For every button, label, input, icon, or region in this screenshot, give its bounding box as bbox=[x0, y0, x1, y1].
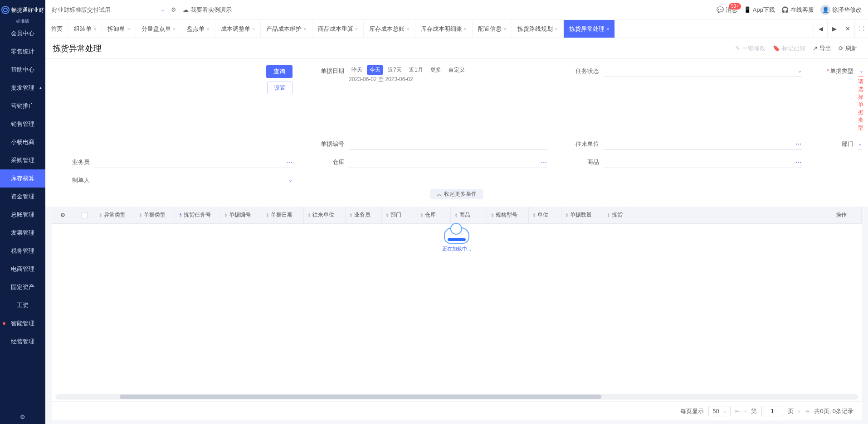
close-icon[interactable]: × bbox=[127, 26, 130, 32]
doc-no-input[interactable] bbox=[349, 138, 547, 150]
last-page-button[interactable]: ⇥ bbox=[805, 408, 809, 414]
date-chip[interactable]: 昨天 bbox=[349, 65, 365, 75]
sidebar-item-fund[interactable]: 资金管理 bbox=[0, 188, 45, 206]
sidebar-item-inventory[interactable]: 库存核算 bbox=[0, 169, 45, 188]
tab[interactable]: 库存成本总账× bbox=[364, 20, 415, 38]
settings-button[interactable]: 设置 bbox=[267, 82, 293, 94]
sidebar-item-ecom[interactable]: 小畅电商 bbox=[0, 133, 45, 151]
user-menu[interactable]: 👤 徐泽华修改 bbox=[820, 5, 862, 15]
column-header[interactable]: ▲▼规格型号 bbox=[487, 207, 529, 223]
tab[interactable]: 配置信息× bbox=[473, 20, 512, 38]
close-icon[interactable]: × bbox=[406, 26, 409, 32]
online-service-link[interactable]: 🎧 在线客服 bbox=[781, 6, 814, 14]
sidebar-item-salary[interactable]: 工资 bbox=[0, 296, 45, 314]
horizontal-scrollbar[interactable] bbox=[55, 394, 858, 400]
next-page-button[interactable]: › bbox=[798, 408, 800, 414]
tab[interactable]: 产品成本维护× bbox=[261, 20, 312, 38]
tab[interactable]: 首页 bbox=[45, 20, 68, 38]
column-header[interactable]: ▲▼业务员 bbox=[346, 207, 382, 223]
product-picker[interactable]: ··· bbox=[604, 156, 802, 168]
tab[interactable]: 商品成本重算× bbox=[312, 20, 364, 38]
close-icon[interactable]: × bbox=[555, 26, 557, 32]
refresh-button[interactable]: ⟳ 刷新 bbox=[835, 43, 861, 54]
creator-select[interactable]: ⌄ bbox=[94, 174, 293, 186]
date-chip[interactable]: 今天 bbox=[367, 65, 383, 75]
column-header[interactable]: ▲▼单据类型 bbox=[135, 207, 175, 223]
notification-dot-icon bbox=[3, 322, 5, 325]
tab[interactable]: 拣货异常处理× bbox=[564, 20, 615, 38]
close-icon[interactable]: × bbox=[173, 26, 176, 32]
prev-page-button[interactable]: ‹ bbox=[745, 408, 746, 414]
sidebar-item-invoice[interactable]: 发票管理 bbox=[0, 224, 45, 242]
date-chip[interactable]: 自定义 bbox=[446, 65, 468, 75]
first-page-button[interactable]: ⇤ bbox=[735, 408, 740, 414]
column-header[interactable]: ▲▼单位 bbox=[529, 207, 561, 223]
page-input[interactable] bbox=[761, 406, 783, 416]
column-header[interactable]: ▲▼商品 bbox=[451, 207, 487, 223]
tabs-scroll-left[interactable]: ◀ bbox=[814, 20, 827, 38]
sidebar-item-sales[interactable]: 销售管理 bbox=[0, 115, 45, 133]
fullscreen-icon[interactable]: ⛶ bbox=[854, 20, 868, 38]
sidebar-item-tax[interactable]: 税务管理 bbox=[0, 242, 45, 260]
sidebar-item-ops[interactable]: 经营管理 bbox=[0, 332, 45, 351]
column-header[interactable]: ▲▼部门 bbox=[382, 207, 416, 223]
sidebar-item-purchase[interactable]: 采购管理 bbox=[0, 151, 45, 169]
close-icon[interactable]: × bbox=[355, 26, 358, 32]
sidebar-settings[interactable]: ⚙ bbox=[0, 410, 45, 424]
tab[interactable]: 成本调整单× bbox=[215, 20, 261, 38]
tab[interactable]: 分量盘点单× bbox=[136, 20, 181, 38]
scrollbar-thumb[interactable] bbox=[120, 395, 601, 399]
sidebar-item-smart[interactable]: 智能管理 bbox=[0, 314, 45, 332]
tabs-scroll-right[interactable]: ▶ bbox=[827, 20, 841, 38]
close-icon[interactable]: × bbox=[606, 26, 609, 32]
sidebar-item-marketing[interactable]: 营销推广 bbox=[0, 97, 45, 115]
dept-select[interactable]: ⌄ bbox=[858, 138, 862, 150]
product-selector[interactable]: 好业财标准版交付试用 ⌄ bbox=[52, 6, 165, 14]
query-button[interactable]: 查询 bbox=[266, 65, 293, 78]
tab[interactable]: 拣货路线规划× bbox=[512, 20, 563, 38]
task-status-select[interactable]: ⌄ bbox=[604, 65, 802, 77]
sales-picker[interactable]: ··· bbox=[94, 156, 293, 168]
close-icon[interactable]: × bbox=[303, 26, 306, 32]
doc-type-select[interactable]: ⌄ bbox=[858, 65, 863, 77]
sidebar-item-help[interactable]: 帮助中心 bbox=[0, 61, 45, 79]
column-header[interactable]: ▲▼单据日期 bbox=[262, 207, 304, 223]
column-header[interactable]: ▲▼拣货任务号 bbox=[175, 207, 220, 223]
column-header[interactable]: ▲▼仓库 bbox=[416, 207, 451, 223]
close-icon[interactable]: × bbox=[464, 26, 467, 32]
close-icon[interactable]: × bbox=[252, 26, 255, 32]
tabs-close-all[interactable]: ✕ bbox=[841, 20, 854, 38]
close-icon[interactable]: × bbox=[93, 26, 96, 32]
table-settings[interactable]: ⚙ bbox=[52, 207, 74, 223]
close-icon[interactable]: × bbox=[503, 26, 506, 32]
warehouse-picker[interactable]: ··· bbox=[349, 156, 547, 168]
date-chip[interactable]: 近7天 bbox=[385, 65, 405, 75]
column-header[interactable]: ▲▼往来单位 bbox=[304, 207, 346, 223]
tab[interactable]: 盘点单× bbox=[181, 20, 215, 38]
date-chip[interactable]: 近1月 bbox=[406, 65, 426, 75]
collapse-filters-button[interactable]: ︽ 收起更多条件 bbox=[430, 189, 483, 199]
tab[interactable]: 库存成本明细账× bbox=[415, 20, 473, 38]
partner-picker[interactable]: ··· bbox=[604, 138, 802, 150]
per-page-select[interactable]: 50 ⌄ bbox=[708, 406, 730, 416]
tab[interactable]: 组装单× bbox=[68, 20, 102, 38]
select-all[interactable] bbox=[74, 207, 95, 223]
close-icon[interactable]: × bbox=[206, 26, 209, 32]
column-header[interactable]: ▲▼单据数量 bbox=[561, 207, 603, 223]
tab[interactable]: 拆卸单× bbox=[102, 20, 136, 38]
sidebar-item-eshop[interactable]: 电商管理 bbox=[0, 260, 45, 278]
sidebar-item-wholesale[interactable]: 批发管理▲ bbox=[0, 79, 45, 97]
settings-icon[interactable]: ⚙ bbox=[171, 6, 176, 13]
sidebar-item-member[interactable]: 会员中心 bbox=[0, 24, 45, 43]
messages-link[interactable]: 💬 消息 99+ bbox=[717, 6, 737, 14]
date-chip[interactable]: 更多 bbox=[428, 65, 444, 75]
sidebar-item-retail[interactable]: 零售统计 bbox=[0, 43, 45, 61]
column-header[interactable]: ▲▼异常类型 bbox=[95, 207, 135, 223]
sidebar-item-gl[interactable]: 总账管理 bbox=[0, 206, 45, 224]
column-header[interactable]: ▲▼单据编号 bbox=[220, 207, 262, 223]
export-button[interactable]: ↗ 导出 bbox=[809, 43, 835, 54]
demo-link[interactable]: ☁ 我要看实例演示 bbox=[183, 6, 232, 14]
app-download-link[interactable]: 📱 App下载 bbox=[744, 6, 775, 14]
column-header[interactable]: ▲▼拣货 bbox=[603, 207, 630, 223]
sidebar-item-asset[interactable]: 固定资产 bbox=[0, 278, 45, 296]
